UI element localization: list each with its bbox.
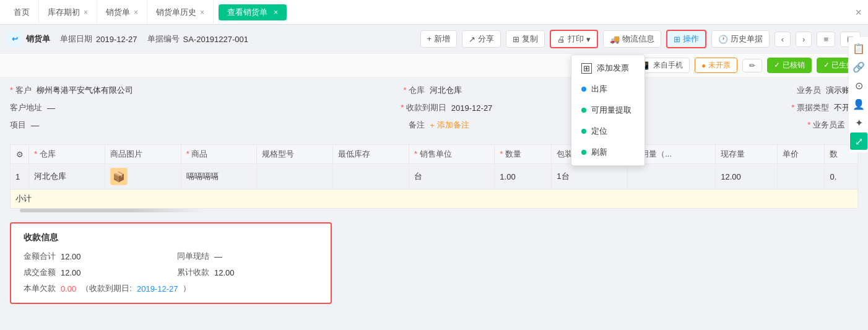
- deal-amount-value: 12.00: [61, 268, 81, 277]
- cell-quantity: 1.00: [495, 164, 552, 189]
- outbound-label: 出库: [591, 84, 607, 95]
- sidebar-icon-circle[interactable]: ⊙: [850, 77, 867, 94]
- prev-button[interactable]: ‹: [775, 32, 791, 47]
- table-row: 1 河北仓库 📦 嗝嗝嗝嗝 台 1.00 1台 12.00 0.: [11, 164, 858, 189]
- sidebar-icon-star[interactable]: ✦: [850, 114, 867, 131]
- col-sales-unit: * 销售单位: [409, 145, 495, 164]
- ticket-label: 票据类型: [791, 102, 829, 113]
- owed-value: 0.00: [61, 284, 76, 293]
- form-row-1: 客户 柳州粤港平安气体有限公司 仓库 河北仓库 业务员 演示账号: [10, 85, 858, 96]
- owed-paren-close: ）: [183, 283, 191, 294]
- sidebar-icon-link[interactable]: 🔗: [850, 58, 867, 76]
- print-btn-wrapper: 🖨 打印 ▾: [550, 30, 598, 48]
- logistics-button[interactable]: 🚚 物流信息: [603, 30, 661, 48]
- cell-stock: 12.00: [716, 164, 778, 189]
- view-sales-tab-btn[interactable]: 查看销货单 ×: [219, 4, 287, 20]
- tab-sales-order-label: 销货单: [106, 7, 130, 18]
- doc-no-field: 单据编号 SA-20191227-001: [147, 33, 249, 45]
- cell-product[interactable]: 嗝嗝嗝嗝: [181, 164, 257, 189]
- doc-title-text: 销货单: [26, 33, 50, 45]
- product-image: 📦: [110, 168, 128, 185]
- add-remark-btn[interactable]: + 添加备注: [430, 119, 469, 131]
- dropdown-locate[interactable]: 定位: [571, 121, 644, 142]
- cell-row-num: 1: [11, 164, 29, 189]
- invoice-icon: ⊞: [581, 63, 592, 74]
- dropdown-refresh[interactable]: 刷新: [571, 142, 644, 163]
- tab-bar: 首页 库存期初 × 销货单 × 销货单历史 × 查看销货单 × ×: [0, 0, 868, 25]
- sidebar-icon-expand[interactable]: ⤢: [850, 132, 867, 150]
- addr-value[interactable]: —: [47, 103, 55, 113]
- print-dropdown-arrow[interactable]: ▾: [586, 35, 591, 44]
- sales-table: ⚙ * 仓库 商品图片 * 商品 规格型号 最低库存 * 销售单位 * 数量 包…: [10, 144, 858, 209]
- refresh-label: 刷新: [591, 147, 607, 158]
- due-date-value[interactable]: 2019-12-27: [451, 103, 493, 113]
- share-icon: ↗: [469, 35, 475, 44]
- col-quantity: * 数量: [495, 145, 552, 164]
- operate-label: 操作: [683, 33, 699, 45]
- share-button[interactable]: ↗ 分享: [462, 30, 501, 48]
- doc-no-label: 单据编号: [147, 33, 180, 45]
- project-value[interactable]: —: [31, 121, 39, 130]
- new-button[interactable]: + 新增: [420, 30, 457, 48]
- tab-sales-history[interactable]: 销货单历史 ×: [147, 0, 214, 25]
- tab-inventory-init-close[interactable]: ×: [84, 8, 88, 17]
- total-label: 金额合计: [24, 251, 56, 262]
- logistics-label: 物流信息: [622, 33, 654, 45]
- form-row-2: 客户地址 — 收款到期日 2019-12-27 票据类型 不开票: [10, 102, 858, 113]
- tab-sales-history-close[interactable]: ×: [200, 8, 204, 17]
- dot-teal3-icon: [581, 150, 586, 155]
- history-button[interactable]: 🕐 历史单据: [711, 30, 770, 48]
- dot-blue-icon: [581, 87, 586, 92]
- customer-label: 客户: [10, 85, 32, 96]
- biz-staff-label: 业务员孟: [807, 119, 845, 131]
- tab-inventory-init-label: 库存期初: [48, 7, 80, 18]
- col-stock: 现存量: [716, 145, 778, 164]
- dropdown-outbound[interactable]: 出库: [571, 79, 644, 100]
- prev-icon: ‹: [781, 35, 784, 44]
- sidebar-icon-user[interactable]: 👤: [850, 95, 867, 113]
- edit-icon-btn[interactable]: ✏: [742, 59, 762, 72]
- toolbar-right: + 新增 ↗ 分享 ⊞ 复制 🖨 打印 ▾ 🚚 物流信息 ⊞ 操作 🕐 历史单: [420, 30, 861, 48]
- dropdown-available-extract[interactable]: 可用量提取: [571, 100, 644, 121]
- warehouse-value[interactable]: 河北仓库: [430, 85, 462, 96]
- tab-inventory-init[interactable]: 库存期初 ×: [39, 0, 97, 25]
- settlement-label: 同单现结: [177, 251, 209, 262]
- tab-sales-order[interactable]: 销货单 ×: [97, 0, 147, 25]
- tab-home[interactable]: 首页: [5, 0, 39, 25]
- list-view-button[interactable]: ≡: [817, 32, 835, 47]
- confirmed-btn[interactable]: ✓ 已核销: [767, 58, 811, 73]
- copy-button[interactable]: ⊞ 复制: [506, 30, 545, 48]
- operate-button[interactable]: ⊞ 操作: [666, 30, 706, 48]
- doc-title-area: ↩ 销货单: [7, 32, 50, 46]
- cell-product-img: 📦: [105, 164, 181, 189]
- scroll-hint[interactable]: [20, 209, 206, 212]
- dropdown-add-invoice[interactable]: ⊞ 添加发票: [571, 58, 644, 79]
- view-sales-close[interactable]: ×: [274, 7, 279, 17]
- dot-teal2-icon: [581, 129, 586, 134]
- table-header-row: ⚙ * 仓库 商品图片 * 商品 规格型号 最低库存 * 销售单位 * 数量 包…: [11, 145, 858, 164]
- next-button[interactable]: ›: [796, 32, 812, 47]
- window-close-icon[interactable]: ×: [855, 6, 862, 19]
- edit-icon: ✏: [749, 61, 755, 70]
- owed-label: 本单欠款: [24, 283, 56, 294]
- customer-value[interactable]: 柳州粤港平安气体有限公司: [37, 85, 133, 96]
- doc-date-field: 单据日期 2019-12-27: [60, 33, 137, 45]
- customer-field: 客户 柳州粤港平安气体有限公司: [10, 85, 404, 96]
- copy-label: 复制: [522, 33, 538, 45]
- dropdown-menu: ⊞ 添加发票 出库 可用量提取 定位 刷新: [571, 54, 645, 166]
- cell-amount: 0.: [825, 164, 858, 189]
- plus-icon: +: [430, 121, 435, 130]
- share-label: 分享: [478, 33, 494, 45]
- sidebar-icon-clipboard[interactable]: 📋: [850, 40, 867, 57]
- due-date-label: 收款到期日: [401, 102, 446, 113]
- next-icon: ›: [802, 35, 805, 44]
- print-button[interactable]: 🖨 打印 ▾: [550, 30, 598, 48]
- project-label: 项目: [10, 119, 26, 131]
- addr-label: 客户地址: [10, 102, 42, 113]
- cell-available: [628, 164, 716, 189]
- col-settings[interactable]: ⚙: [11, 145, 29, 164]
- not-open-btn[interactable]: ● 未开票: [695, 58, 737, 73]
- doc-date-label: 单据日期: [60, 33, 92, 45]
- tab-sales-order-close[interactable]: ×: [134, 8, 138, 17]
- available-extract-label: 可用量提取: [591, 105, 631, 116]
